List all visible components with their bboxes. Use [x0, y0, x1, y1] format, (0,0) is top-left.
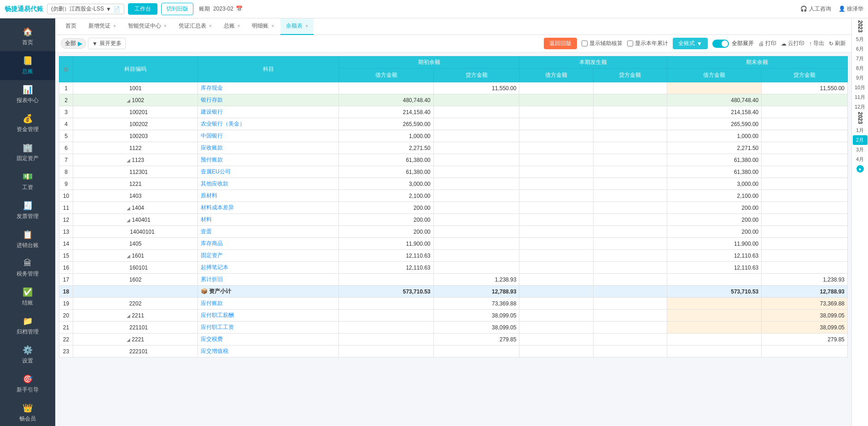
account-name-link[interactable]: 应收账款 [201, 144, 223, 151]
row-code: 221101 [73, 322, 198, 334]
month-item-10月[interactable]: 10月 [853, 83, 868, 92]
export-button[interactable]: ↑ 导出 [809, 40, 824, 47]
month-item-1月[interactable]: 1月 [853, 126, 868, 135]
amount-cell [433, 178, 519, 190]
tab-总账[interactable]: 总账× [218, 18, 246, 35]
sidebar-item-新手引导[interactable]: 🎯新手引导 [0, 369, 55, 398]
month-item-5月[interactable]: 5月 [853, 35, 868, 44]
content-area: 首页新增凭证×智能凭证中心×凭证汇总表×总账×明细账×余额表× 全部 ▶ ▼ 展… [55, 18, 851, 426]
sidebar-item-发票管理[interactable]: 🧾发票管理 [0, 196, 55, 225]
account-name-link[interactable]: 预付账款 [201, 156, 223, 163]
sidebar-item-归档管理[interactable]: 📁归档管理 [0, 311, 55, 340]
gear-icon[interactable]: ⚙ [63, 66, 69, 73]
account-name-link[interactable]: 累计折旧 [201, 276, 223, 282]
month-item-6月[interactable]: 6月 [853, 44, 868, 54]
expand-more-button[interactable]: ▼ 展开更多 [88, 38, 126, 49]
account-name-link[interactable]: 应付职工薪酬 [201, 312, 234, 318]
sidebar-item-工资[interactable]: 💵工资 [0, 167, 55, 196]
tab-首页[interactable]: 首页 [60, 18, 82, 35]
month-item-9月[interactable]: 9月 [853, 73, 868, 83]
sidebar-item-税务管理[interactable]: 🏛税务管理 [0, 254, 55, 282]
account-name-link[interactable]: 其他应收款 [201, 180, 228, 187]
month-item-3月[interactable]: 3月 [853, 145, 868, 155]
tab-close-icon[interactable]: × [113, 23, 116, 29]
cloud-print-button[interactable]: ☁ 云打印 [781, 40, 804, 47]
expand-all-toggle[interactable] [712, 40, 729, 48]
tab-close-icon[interactable]: × [209, 23, 212, 29]
return-old-button[interactable]: 返回旧版 [544, 38, 577, 49]
tab-明细账[interactable]: 明细账× [246, 18, 280, 35]
account-name-link[interactable]: 应付账款 [201, 300, 223, 306]
col-settings[interactable]: ⚙ [59, 57, 73, 82]
tab-余额表[interactable]: 余额表× [280, 18, 314, 35]
workbench-button[interactable]: 工作台 [128, 3, 157, 15]
account-name-link[interactable]: 原材料 [201, 192, 217, 199]
print-button[interactable]: 🖨 打印 [758, 40, 776, 47]
tab-close-icon[interactable]: × [305, 23, 308, 29]
account-name-link[interactable]: 壹蛋 [201, 228, 212, 235]
account-name-link[interactable]: 应交增值税 [201, 348, 228, 354]
sidebar-item-总账[interactable]: 📒总账 [0, 51, 55, 80]
amount-cell [593, 250, 667, 262]
row-name: 材料成本差异 [198, 202, 338, 214]
sidebar-item-设置[interactable]: ⚙️设置 [0, 340, 55, 369]
month-item-11月[interactable]: 11月 [853, 92, 868, 102]
month-item-12月[interactable]: 12月 [853, 102, 868, 112]
panel-circle-icon[interactable]: ● [856, 165, 864, 173]
sidebar-item-结账[interactable]: ✅结账 [0, 282, 55, 311]
amount-cell [519, 202, 593, 214]
row-code: 112301 [73, 166, 198, 178]
sidebar-item-报表中心[interactable]: 📊报表中心 [0, 80, 55, 109]
tab-close-icon[interactable]: × [271, 23, 274, 29]
sub-content: 全部 ▶ ▼ 展开更多 返回旧版 显示辅助核算 显示本年累计 [55, 35, 851, 426]
account-name-link[interactable]: 固定资产 [201, 252, 223, 259]
sidebar-item-资金管理[interactable]: 💰资金管理 [0, 109, 55, 138]
account-name-link[interactable]: 起搏笔记本 [201, 264, 228, 271]
sidebar-item-首页[interactable]: 🏠首页 [0, 22, 55, 51]
tab-智能凭证中心[interactable]: 智能凭证中心× [122, 18, 172, 35]
amount-cell: 480,748.40 [667, 94, 761, 106]
month-item-2月[interactable]: 2月 [853, 135, 868, 145]
filter-all-tag[interactable]: 全部 ▶ [61, 38, 86, 49]
refresh-button[interactable]: ↻ 刷新 [829, 40, 846, 47]
account-name-link[interactable]: 中国银行 [201, 132, 223, 139]
month-item-8月[interactable]: 8月 [853, 63, 868, 73]
top-bar: 畅捷通易代账 (勿删）江西股金-LSS ▼ 📄 工作台 切到旧版 账期 2023… [0, 0, 868, 18]
account-name-link[interactable]: 农业银行（美金） [201, 121, 245, 127]
amount-cell [519, 226, 593, 238]
amount-cell [762, 226, 848, 238]
sidebar-item-进销台账[interactable]: 📋进销台账 [0, 225, 55, 254]
table-row: 171602累计折旧1,238.931,238.93 [59, 274, 848, 286]
row-no: 16 [59, 262, 73, 274]
account-name-link[interactable]: 应付职工工资 [201, 324, 234, 330]
month-item-7月[interactable]: 7月 [853, 54, 868, 63]
all-format-button[interactable]: 全账式 ▼ [673, 38, 708, 49]
tab-close-icon[interactable]: × [238, 23, 240, 29]
account-name-link[interactable]: 库存现金 [201, 85, 223, 91]
filter-arrow[interactable]: ▶ [78, 40, 82, 47]
month-item-4月[interactable]: 4月 [853, 155, 868, 164]
account-name-link[interactable]: 壹属EU公司 [201, 168, 231, 175]
company-selector[interactable]: (勿删）江西股金-LSS ▼ 📄 [47, 4, 124, 14]
tab-新增凭证[interactable]: 新增凭证× [83, 18, 122, 35]
amount-cell: 200.00 [667, 226, 761, 238]
account-name-link[interactable]: 建设银行 [201, 109, 223, 115]
account-name-link[interactable]: 材料成本差异 [201, 204, 234, 211]
table-row: 4100202农业银行（美金）265,590.00265,590.00 [59, 118, 848, 130]
checkbox-year-accum[interactable]: 显示本年累计 [627, 40, 668, 47]
checkbox-aux-calc[interactable]: 显示辅助核算 [582, 40, 623, 47]
tab-close-icon[interactable]: × [164, 23, 167, 29]
account-name-link[interactable]: 库存商品 [201, 240, 223, 247]
sidebar-item-畅会员[interactable]: 👑畅会员 [0, 398, 55, 426]
user-avatar[interactable]: 👤 徐泽华 [839, 5, 863, 13]
tab-凭证汇总表[interactable]: 凭证汇总表× [173, 18, 217, 35]
sidebar-item-固定资产[interactable]: 🏢固定资产 [0, 138, 55, 167]
table-row: 11001库存现金11,550.0011,550.00 [59, 82, 848, 94]
human-consult[interactable]: 🎧 人工咨询 [800, 5, 831, 13]
amount-cell [433, 226, 519, 238]
switch-old-button[interactable]: 切到旧版 [161, 3, 193, 15]
account-name-link[interactable]: 银行存款 [201, 97, 223, 103]
account-name-link[interactable]: 材料 [201, 216, 212, 223]
amount-cell [519, 142, 593, 154]
account-name-link[interactable]: 应交税费 [201, 336, 223, 342]
